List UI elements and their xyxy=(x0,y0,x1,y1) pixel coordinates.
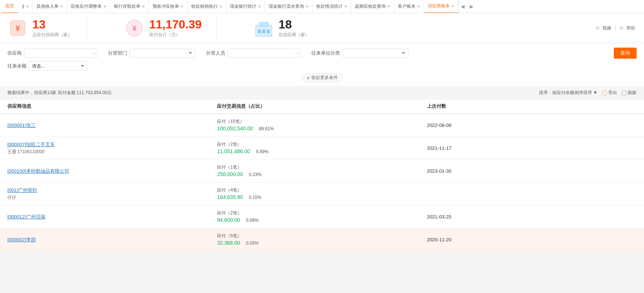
tx-row-1: 100,092,540.00 89.61% xyxy=(217,125,427,132)
supplier-name-6[interactable]: 李四 xyxy=(26,237,36,242)
tx-percent-3: 0.23% xyxy=(249,172,261,177)
supplier-info-2: [000007]恒旺二手叉车 王通 17106110000 xyxy=(7,141,217,155)
tx-label-4: 应付（4笔） xyxy=(217,187,427,193)
supplier-link-1[interactable]: [000001] xyxy=(7,123,26,128)
tx-info-1: 应付（15笔） 100,092,540.00 89.61% xyxy=(217,118,427,132)
close-tab-3[interactable]: ✕ xyxy=(26,4,29,8)
last-pay-2: 2021-11-17 xyxy=(427,145,637,151)
category-select[interactable] xyxy=(342,49,409,58)
collapse-button[interactable]: ∧ 收起更多条件 xyxy=(302,73,343,82)
tx-label-6: 应付（5笔） xyxy=(217,233,427,239)
category-filter-label: 往来单位分类 xyxy=(311,50,340,56)
person-input-wrap: ··· xyxy=(227,49,301,58)
close-tab-ap-adj[interactable]: ✕ xyxy=(103,4,106,8)
tx-percent-4: 0.15% xyxy=(249,195,261,200)
filter-category: 往来单位分类 xyxy=(311,49,409,58)
stat-label-payable: 总应付供应商（家） xyxy=(32,32,72,38)
nav-tab-collection[interactable]: 收款核销执行 ✕ xyxy=(188,0,226,13)
supplier-link-3[interactable]: [000100] xyxy=(7,168,26,174)
nav-tab-3[interactable]: 3 ✕ xyxy=(18,0,33,13)
close-tab-collection[interactable]: ✕ xyxy=(219,4,222,8)
collapse-bar: ∧ 收起更多条件 xyxy=(7,73,637,82)
close-tab-supplier-account[interactable]: ✕ xyxy=(451,4,454,8)
nav-arrow-left[interactable]: ◀ xyxy=(458,0,467,13)
sort-button[interactable]: 排序：按应付余额倒序排序 ▼ xyxy=(539,90,598,96)
filter-supplier: 供应商 ··· xyxy=(7,49,98,58)
tx-label-1: 应付（15笔） xyxy=(217,118,427,125)
close-tab-customer-account[interactable]: ✕ xyxy=(417,4,420,8)
supplier-info-3: [000100]本特勤油品有限公司 xyxy=(7,168,217,175)
tx-info-2: 应付（2笔） 11,051,486.00 9.89% xyxy=(217,141,427,155)
close-tab-other-income[interactable]: ✕ xyxy=(60,4,63,8)
stats-actions: ⊙ 视频 | ⊙ 帮助 xyxy=(594,25,637,31)
last-pay-3: 2023-01-30 xyxy=(427,168,637,174)
person-dots-icon[interactable]: ··· xyxy=(295,50,300,56)
close-tab-cash-bank-stat[interactable]: ✕ xyxy=(258,4,261,8)
tx-amount-3: 258,000.00 xyxy=(217,171,243,177)
tx-info-4: 应付（4笔） 164,635.90 0.15% xyxy=(217,187,427,201)
filter-row-2: 往来余额 请选... xyxy=(7,62,637,70)
export-button[interactable]: 导出 xyxy=(602,90,617,96)
balance-select[interactable]: 请选... xyxy=(29,62,88,70)
refresh-button[interactable]: 刷新 xyxy=(622,90,637,96)
nav-tab-ap-adj[interactable]: 应收应付调整单 ✕ xyxy=(67,0,110,13)
col-header-tx: 应付交易信息（占比） xyxy=(217,103,427,110)
tx-info-6: 应付（5笔） 32,366.00 0.03% xyxy=(217,233,427,247)
last-pay-5: 2021-03-25 xyxy=(427,214,637,220)
nav-tab-prepay[interactable]: 预收冲应收单 ✕ xyxy=(149,0,188,13)
close-tab-bank-deposit[interactable]: ✕ xyxy=(142,4,145,8)
search-button[interactable]: 查询 xyxy=(614,48,637,59)
table-header: 供应商信息 应付交易信息（占比） 上次付数 xyxy=(0,99,644,114)
supplier-name-2[interactable]: 恒旺二手叉车 xyxy=(26,142,55,147)
nav-tab-supplier-account[interactable]: 供应商账本 ✕ xyxy=(424,0,458,13)
tx-label-3: 应付（1笔） xyxy=(217,164,427,170)
supplier-input[interactable] xyxy=(24,49,98,58)
tx-amount-6: 32,366.00 xyxy=(217,240,240,246)
nav-tab-other-income[interactable]: 其他收入单 ✕ xyxy=(33,0,67,13)
tx-info-3: 应付（1笔） 258,000.00 0.23% xyxy=(217,164,427,178)
nav-tab-overdue[interactable]: 超期应收款查询 ✕ xyxy=(351,0,394,13)
supplier-name-4[interactable]: 广州荣轩 xyxy=(18,187,37,193)
supplier-link-6[interactable]: [000002] xyxy=(7,237,26,242)
nav-tab-collection-stat[interactable]: 收款情况统计 ✕ xyxy=(312,0,351,13)
dept-select[interactable] xyxy=(129,49,196,58)
close-tab-overdue[interactable]: ✕ xyxy=(387,4,390,8)
nav-tab-cash-bank-stat[interactable]: 现金银行统计 ✕ xyxy=(226,0,265,13)
help-icon: ⊙ xyxy=(620,25,623,31)
collapse-arrow-icon: ∧ xyxy=(307,75,310,80)
filter-person: 分管人员 ··· xyxy=(206,49,301,58)
stat-content-suppliers: 18 总供应商（家） xyxy=(279,18,309,38)
table-row: [000007]恒旺二手叉车 王通 17106110000 应付（2笔） 11,… xyxy=(0,137,644,160)
nav-tab-home[interactable]: 首页 xyxy=(1,0,18,13)
filter-balance: 往来余额 请选... xyxy=(7,62,88,70)
tx-row-2: 11,051,486.00 9.89% xyxy=(217,148,427,155)
filter-dept: 分管部门 xyxy=(108,49,196,58)
last-pay-1: 2022-08-08 xyxy=(427,123,637,128)
close-tab-collection-stat[interactable]: ✕ xyxy=(344,4,347,8)
table-row: [000002]李四 应付（5笔） 32,366.00 0.03% 2020-1… xyxy=(0,228,644,251)
supplier-link-5[interactable]: [000012] xyxy=(7,214,26,220)
supplier-name-3[interactable]: 本特勤油品有限公司 xyxy=(26,168,69,174)
tx-amount-5: 94,600.00 xyxy=(217,217,240,223)
supplier-link-2[interactable]: [000007] xyxy=(7,142,26,147)
nav-arrow-right[interactable]: ▶ xyxy=(467,0,476,13)
nav-tab-customer-account[interactable]: 客户账本 ✕ xyxy=(394,0,424,13)
stat-content-payable: 13 总应付供应商（家） xyxy=(32,18,72,38)
close-tab-prepay[interactable]: ✕ xyxy=(181,4,183,8)
video-label[interactable]: 视频 xyxy=(602,25,611,31)
person-input[interactable] xyxy=(227,49,301,58)
supplier-name-5[interactable]: 广州贝瑞 xyxy=(26,214,45,220)
nav-tab-cash-bank-flow[interactable]: 现金银行流水查询 ✕ xyxy=(265,0,312,13)
last-pay-6: 2020-11-20 xyxy=(427,237,637,242)
collapse-label: 收起更多条件 xyxy=(311,75,338,81)
supplier-link-4[interactable]: [001] xyxy=(7,187,18,193)
supplier-name-1[interactable]: 张三 xyxy=(26,123,36,128)
filter-area: 供应商 ··· 分管部门 分管人员 ··· 往来单位分类 xyxy=(0,43,644,87)
supplier-dots-icon[interactable]: ··· xyxy=(92,50,96,56)
nav-tab-bank-deposit[interactable]: 银行存取款单 ✕ xyxy=(110,0,149,13)
help-label[interactable]: 帮助 xyxy=(626,25,635,31)
col-header-supplier: 供应商信息 xyxy=(7,103,217,110)
tx-label-2: 应付（2笔） xyxy=(217,141,427,148)
close-tab-cash-bank-flow[interactable]: ✕ xyxy=(305,4,308,8)
svg-rect-6 xyxy=(258,30,261,33)
